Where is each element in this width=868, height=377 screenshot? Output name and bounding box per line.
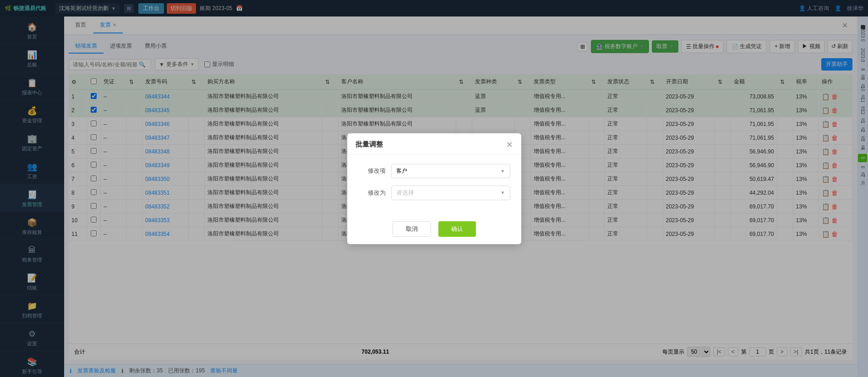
modify-field-selector[interactable]: 客户 ▼ bbox=[391, 164, 510, 178]
modal-footer: 取消 确认 bbox=[347, 217, 521, 244]
modal-close-icon[interactable]: ✕ bbox=[506, 140, 513, 150]
modal-overlay: 批量调整 ✕ 修改项 客户 ▼ 修改为 请选择 ▼ 取消 确认 bbox=[0, 0, 868, 377]
modal-body: 修改项 客户 ▼ 修改为 请选择 ▼ bbox=[347, 155, 521, 217]
modify-field-row: 修改项 客户 ▼ bbox=[358, 164, 510, 178]
modify-field-dropdown-icon: ▼ bbox=[501, 169, 505, 174]
modify-field-value: 客户 bbox=[396, 167, 407, 175]
modify-to-dropdown-icon: ▼ bbox=[501, 190, 505, 195]
batch-adjust-modal: 批量调整 ✕ 修改项 客户 ▼ 修改为 请选择 ▼ 取消 确认 bbox=[347, 133, 521, 244]
modify-to-placeholder: 请选择 bbox=[396, 189, 414, 197]
modify-to-label: 修改为 bbox=[358, 189, 386, 197]
modify-to-selector[interactable]: 请选择 ▼ bbox=[391, 186, 510, 200]
modify-to-row: 修改为 请选择 ▼ bbox=[358, 186, 510, 200]
modal-header: 批量调整 ✕ bbox=[347, 133, 521, 155]
modify-field-label: 修改项 bbox=[358, 167, 386, 175]
confirm-button[interactable]: 确认 bbox=[438, 221, 476, 237]
modal-title: 批量调整 bbox=[355, 140, 383, 149]
cancel-button[interactable]: 取消 bbox=[393, 221, 431, 237]
